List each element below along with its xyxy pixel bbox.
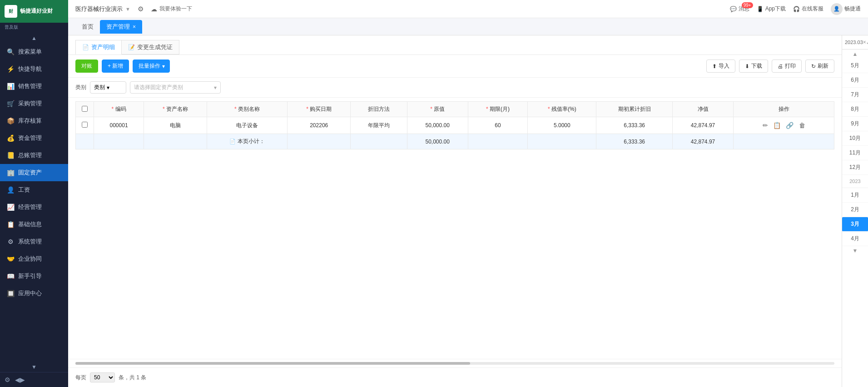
avatar: 👤 xyxy=(831,3,843,15)
page-body: 📄 资产明细 📝 变更生成凭证 对账 + 新增 xyxy=(68,35,868,387)
batch-ops-button[interactable]: 批量操作 ▾ xyxy=(133,60,170,73)
tab-close-button[interactable]: × xyxy=(133,24,136,30)
month-item-9[interactable]: 9月 xyxy=(842,117,868,131)
toolbar-right: ⬆ 导入 ⬇ 下载 🖨 打印 ↻ 刷新 xyxy=(706,60,834,73)
sidebar-item-purchase[interactable]: 🛒 采购管理 xyxy=(0,95,68,112)
online-service-icon: 🎧 xyxy=(793,6,800,12)
right-panel-close-icon[interactable]: × xyxy=(863,39,866,45)
sidebar-item-finance[interactable]: 💰 资金管理 xyxy=(0,129,68,147)
month-item-10[interactable]: 10月 xyxy=(842,131,868,146)
tab-home[interactable]: 首页 xyxy=(75,19,100,35)
sidebar-item-sales[interactable]: 📊 销售管理 xyxy=(0,78,68,95)
scrollbar-thumb[interactable] xyxy=(75,362,470,365)
experience-area[interactable]: ☁ 我要体验一下 xyxy=(151,5,192,13)
row-period: 60 xyxy=(468,117,528,134)
row-residual-rate: 5.0000 xyxy=(528,117,596,134)
sidebar-item-quick-nav[interactable]: ⚡ 快捷导航 xyxy=(0,60,68,78)
panel-scroll-up-button[interactable]: ▲ xyxy=(842,50,868,59)
month-item-5[interactable]: 5月 xyxy=(842,59,868,73)
month-item-2[interactable]: 2月 xyxy=(842,203,868,217)
right-panel-year-label: 2023 xyxy=(842,175,868,188)
message-button[interactable]: 💬 消息 99+ xyxy=(730,5,749,13)
sales-icon: 📊 xyxy=(6,83,15,90)
sidebar-item-app-center[interactable]: 🔲 应用中心 xyxy=(0,285,68,302)
sidebar-scroll-down[interactable]: ▼ xyxy=(0,362,68,372)
copy-button[interactable]: 📋 xyxy=(771,121,783,130)
row-original-value: 50,000.00 xyxy=(407,117,468,134)
message-icon: 💬 xyxy=(730,6,737,12)
table-row: 000001 电脑 电子设备 202206 年限平均 50,000.00 60 … xyxy=(76,117,834,134)
pagination: 每页 50 100 200 条，共 1 条 xyxy=(68,367,842,387)
reconcile-button[interactable]: 对账 xyxy=(75,60,98,73)
panel-scroll-down-button[interactable]: ▼ xyxy=(842,246,868,255)
right-panel-expand-icon[interactable]: ⤢ xyxy=(866,39,868,45)
sidebar-scroll-up[interactable]: ▲ xyxy=(0,33,68,43)
company-selector[interactable]: 医疗器械行业演示 ▼ xyxy=(75,5,130,13)
online-service-button[interactable]: 🎧 在线客服 xyxy=(793,5,823,13)
row-accumulated-depreciation: 6,333.36 xyxy=(596,117,673,134)
category-type-select[interactable]: 类别 ▾ xyxy=(90,81,126,94)
row-checkbox[interactable] xyxy=(82,122,88,128)
topbar: 医疗器械行业演示 ▼ ⚙ ☁ 我要体验一下 💬 消息 99+ 📱 App下载 🎧… xyxy=(68,0,868,18)
purchase-icon: 🛒 xyxy=(6,100,15,107)
settings-gear-icon[interactable]: ⚙ xyxy=(138,5,144,13)
settings-button[interactable]: ⚙ xyxy=(5,376,10,383)
per-page-select[interactable]: 50 100 200 xyxy=(90,372,115,382)
print-button[interactable]: 🖨 打印 xyxy=(772,60,802,73)
row-checkbox-cell xyxy=(76,117,94,134)
month-item-4[interactable]: 4月 xyxy=(842,232,868,246)
category-value-select[interactable]: 请选择固定资产类别 ▾ xyxy=(130,81,221,94)
sub-tab-asset-detail[interactable]: 📄 资产明细 xyxy=(75,40,122,55)
payroll-icon: 👤 xyxy=(6,186,15,194)
new-button[interactable]: + 新增 xyxy=(102,60,129,73)
download-icon: ⬇ xyxy=(745,63,749,69)
month-item-3-current[interactable]: 3月 xyxy=(842,217,868,232)
download-button[interactable]: ⬇ 下载 xyxy=(739,60,768,73)
sub-tabs: 📄 资产明细 📝 变更生成凭证 xyxy=(68,35,842,55)
newbie-icon: 📖 xyxy=(6,273,15,280)
sidebar-item-payroll[interactable]: 👤 工资 xyxy=(0,181,68,198)
collapse-button[interactable]: ◀▶ xyxy=(15,376,25,383)
sidebar-item-corp[interactable]: 🤝 企业协同 xyxy=(0,250,68,268)
sidebar-item-inventory[interactable]: 📦 库存核算 xyxy=(0,112,68,129)
sidebar-item-search[interactable]: 🔍 搜索菜单 xyxy=(0,43,68,60)
refresh-button[interactable]: ↻ 刷新 xyxy=(805,60,834,73)
month-item-12[interactable]: 12月 xyxy=(842,160,868,175)
sidebar-item-system[interactable]: ⚙ 系统管理 xyxy=(0,233,68,250)
sidebar-item-operations[interactable]: 📈 经营管理 xyxy=(0,198,68,216)
per-page-label: 每页 xyxy=(75,374,86,382)
table-container: 编码 资产名称 类别名称 购买日期 折旧方法 原值 期限(月) 残值率(%) 期… xyxy=(68,98,842,359)
user-profile[interactable]: 👤 畅捷通 xyxy=(831,3,861,15)
sidebar-item-fixed-assets[interactable]: 🏢 固定资产 xyxy=(0,164,68,181)
subtotal-row: 📄 本页小计： 50,000.00 6,333.36 42,874.97 xyxy=(76,134,834,149)
month-item-6[interactable]: 6月 xyxy=(842,73,868,88)
sidebar-item-basic-info[interactable]: 📋 基础信息 xyxy=(0,216,68,233)
select-all-checkbox[interactable] xyxy=(82,106,88,112)
sub-tab-change-voucher[interactable]: 📝 变更生成凭证 xyxy=(121,40,179,55)
inventory-icon: 📦 xyxy=(6,117,15,124)
right-panel-year-title: 2023.03 xyxy=(845,40,863,45)
horizontal-scrollbar[interactable] xyxy=(68,359,842,367)
sidebar-item-ledger[interactable]: 📒 总账管理 xyxy=(0,147,68,164)
import-button[interactable]: ⬆ 导入 xyxy=(706,60,735,73)
row-name: 电脑 xyxy=(144,117,207,134)
share-button[interactable]: 🔗 xyxy=(784,121,795,130)
col-header-operations: 操作 xyxy=(734,102,834,117)
col-header-code: 编码 xyxy=(94,102,144,117)
row-depreciation-method: 年限平均 xyxy=(351,117,407,134)
month-item-11[interactable]: 11月 xyxy=(842,146,868,160)
finance-icon: 💰 xyxy=(6,134,15,142)
edit-button[interactable]: ✏ xyxy=(761,121,770,130)
subtotal-original-value: 50,000.00 xyxy=(407,134,468,149)
month-item-7[interactable]: 7月 xyxy=(842,88,868,102)
col-header-residual-rate: 残值率(%) xyxy=(528,102,596,117)
tab-asset-management[interactable]: 资产管理 × xyxy=(100,20,142,34)
sidebar-bottom: ⚙ ◀▶ xyxy=(0,372,68,387)
delete-button[interactable]: 🗑 xyxy=(797,121,807,130)
month-item-1[interactable]: 1月 xyxy=(842,188,868,203)
row-code: 000001 xyxy=(94,117,144,134)
category-value-arrow: ▾ xyxy=(214,84,217,91)
sidebar-item-newbie[interactable]: 📖 新手引导 xyxy=(0,268,68,285)
app-download-button[interactable]: 📱 App下载 xyxy=(757,5,786,13)
month-item-8[interactable]: 8月 xyxy=(842,102,868,117)
